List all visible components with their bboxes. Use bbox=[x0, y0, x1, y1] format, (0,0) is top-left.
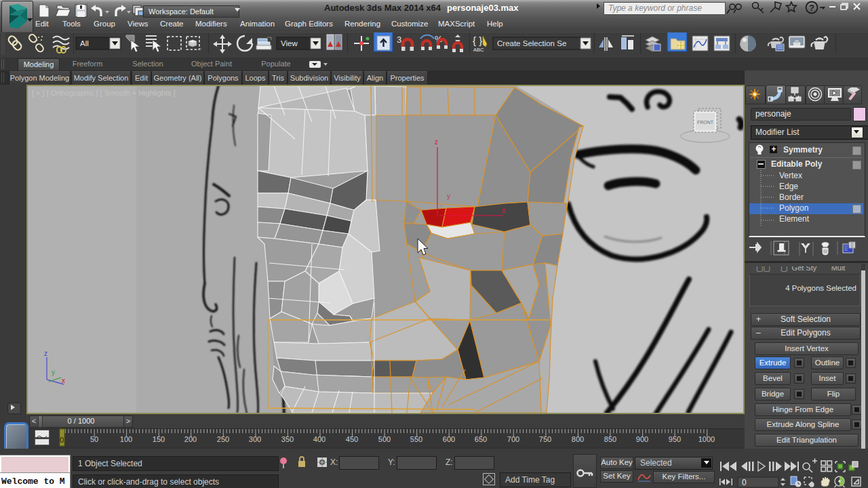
svg-text:ABC: ABC bbox=[473, 47, 484, 53]
svg-text:y: y bbox=[52, 369, 55, 376]
svg-text:y: y bbox=[447, 192, 450, 200]
svg-text:r: r bbox=[441, 203, 443, 209]
svg-text:150: 150 bbox=[153, 435, 165, 443]
svg-text:3: 3 bbox=[397, 35, 401, 45]
svg-text:FRONT: FRONT bbox=[697, 120, 714, 125]
svg-text:250: 250 bbox=[217, 435, 229, 443]
svg-text:Create Selection Se: Create Selection Se bbox=[497, 39, 566, 47]
svg-text:750: 750 bbox=[539, 435, 551, 443]
svg-text:x: x bbox=[502, 207, 505, 214]
svg-text:600: 600 bbox=[443, 435, 455, 443]
svg-text:950: 950 bbox=[669, 435, 681, 443]
svg-text:?: ? bbox=[809, 3, 814, 13]
svg-text:z: z bbox=[44, 350, 47, 357]
svg-text:0: 0 bbox=[742, 478, 747, 487]
svg-text:1000: 1000 bbox=[698, 435, 715, 443]
svg-text:650: 650 bbox=[475, 435, 487, 443]
svg-text:550: 550 bbox=[410, 435, 422, 443]
svg-text:700: 700 bbox=[507, 435, 519, 443]
svg-text:50: 50 bbox=[90, 435, 98, 443]
svg-text:800: 800 bbox=[572, 435, 584, 443]
svg-text:100: 100 bbox=[120, 435, 132, 443]
svg-text:z: z bbox=[435, 138, 438, 146]
svg-text:350: 350 bbox=[281, 435, 294, 443]
svg-text:View: View bbox=[281, 39, 298, 47]
svg-text:850: 850 bbox=[604, 435, 616, 443]
svg-text:{ }: { } bbox=[473, 35, 482, 46]
svg-text:900: 900 bbox=[636, 435, 648, 443]
svg-text:450: 450 bbox=[346, 435, 358, 443]
svg-text:0: 0 bbox=[60, 436, 64, 444]
svg-text:400: 400 bbox=[313, 435, 326, 443]
svg-text:200: 200 bbox=[184, 435, 197, 443]
svg-text:500: 500 bbox=[378, 435, 391, 443]
svg-text:x: x bbox=[62, 377, 65, 384]
svg-text:300: 300 bbox=[249, 435, 261, 443]
svg-text:[ + ] [ Orthographic ] [ Smoot: [ + ] [ Orthographic ] [ Smooth + Highli… bbox=[32, 89, 176, 97]
svg-text:All: All bbox=[80, 39, 89, 47]
